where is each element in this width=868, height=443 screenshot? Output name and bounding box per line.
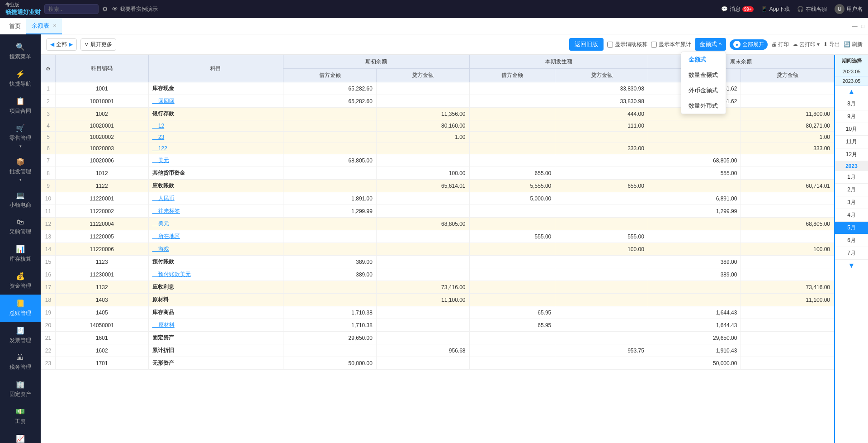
table-row[interactable]: 8 1012 其他货币资金 100.00 655.00 555.00	[41, 167, 834, 180]
message-btn[interactable]: 💬 消息 99+	[721, 5, 754, 13]
row-subject-10[interactable]: 往来标签	[148, 205, 283, 218]
sidebar-item-wholesale[interactable]: 📦 批发管理 ▾	[0, 153, 41, 186]
sidebar-item-accounting[interactable]: 📒 总账管理	[0, 295, 41, 322]
period-month-6[interactable]: 6月	[835, 234, 868, 247]
period-nav-up[interactable]: ▲	[835, 86, 868, 98]
show-ytd-checkbox[interactable]: 显示本年累计	[651, 41, 691, 48]
sidebar-item-retail[interactable]: 🛒 零售管理 ▾	[0, 119, 41, 153]
sidebar-item-invoice[interactable]: 🧾 发票管理	[0, 322, 41, 349]
period-month-11[interactable]: 11月	[835, 136, 868, 148]
table-row[interactable]: 13 11220005 所在地区 555.00 555.00	[41, 230, 834, 243]
sidebar-item-search[interactable]: 🔍 搜索菜单	[0, 38, 41, 65]
table-row[interactable]: 5 10020002 23 1.00 1.00	[41, 132, 834, 143]
period-month-3[interactable]: 3月	[835, 196, 868, 209]
row-subject-13[interactable]: 游戏	[148, 243, 283, 256]
mode-option-foreign-amount[interactable]: 外币金额式	[681, 83, 726, 98]
table-row[interactable]: 10 11220001 人民币 1,891.00 5,000.00 6,891.…	[41, 192, 834, 205]
expand-more-btn[interactable]: ∨ 展开更多	[80, 38, 116, 51]
mode-option-amount[interactable]: 金额式	[681, 52, 726, 67]
row-pd-debit-5	[469, 143, 555, 154]
row-subject-4[interactable]: 23	[148, 132, 283, 143]
row-pd-credit-6	[555, 154, 648, 167]
period-month-2[interactable]: 2月	[835, 184, 868, 196]
row-subject-11[interactable]: 美元	[148, 218, 283, 230]
row-subject-5[interactable]: 122	[148, 143, 283, 154]
online-service-btn[interactable]: 🎧 在线客服	[797, 5, 827, 13]
table-pd-credit-header: 贷方金额	[555, 69, 648, 82]
period-month-4[interactable]: 4月	[835, 209, 868, 222]
sub-checkbox-input[interactable]	[607, 42, 613, 48]
all-filter-btn[interactable]: ◀ 全部 ▶	[46, 38, 77, 51]
period-month-7[interactable]: 7月	[835, 247, 868, 260]
table-row[interactable]: 23 1701 无形资产 50,000.00 50,000.00	[41, 357, 834, 370]
row-subject-19[interactable]: 原材料	[148, 319, 283, 332]
row-subject-15[interactable]: 预付账款美元	[148, 268, 283, 281]
row-subject-1[interactable]: 回回回	[148, 95, 283, 108]
tab-close-icon[interactable]: ✕	[53, 23, 57, 28]
table-row[interactable]: 7 10020006 美元 68,805.00 68,805.00	[41, 154, 834, 167]
sidebar-item-contract[interactable]: 📋 项目合同	[0, 92, 41, 119]
period-month-5[interactable]: 5月	[835, 222, 868, 234]
mode-option-qty-foreign[interactable]: 数量外币式	[681, 98, 726, 114]
period-nav-down[interactable]: ▼	[835, 260, 868, 272]
top-search-input[interactable]	[44, 4, 99, 14]
tab-balance[interactable]: 余额表 ✕	[26, 18, 62, 34]
mode-option-qty-amount[interactable]: 数量金额式	[681, 67, 726, 83]
table-row[interactable]: 15 1123 预付账款 389.00 389.00	[41, 256, 834, 268]
table-row[interactable]: 22 1602 累计折旧 956.68 953.75 1,910.43	[41, 344, 834, 357]
settings-icon[interactable]: ⚙	[102, 5, 108, 13]
row-cl-credit-4: 1.00	[741, 132, 834, 143]
table-row[interactable]: 12 11220004 美元 68,805.00 68,805.00	[41, 218, 834, 230]
table-row[interactable]: 19 1405 库存商品 1,710.38 65.95 1,644.43	[41, 306, 834, 319]
expand-all-toggle[interactable]: ● 全部展开	[730, 39, 768, 50]
wholesale-icon: 📦	[16, 157, 25, 166]
table-row[interactable]: 16 11230001 预付账款美元 389.00 389.00	[41, 268, 834, 281]
table-row[interactable]: 17 1132 应收利息 73,416.00 73,416.00	[41, 281, 834, 294]
refresh-btn[interactable]: 🔄 刷新	[844, 41, 863, 48]
row-subject-3[interactable]: 12	[148, 120, 283, 132]
table-row[interactable]: 14 11220006 游戏 100.00 100.00	[41, 243, 834, 256]
sidebar-item-ecommerce[interactable]: 💻 小畅电商	[0, 186, 41, 214]
period-year-2023[interactable]: 2023	[835, 161, 868, 171]
sidebar-item-payroll[interactable]: 💵 工资	[0, 403, 41, 430]
period-month-9[interactable]: 9月	[835, 110, 868, 123]
print-btn[interactable]: 🖨 打印	[771, 41, 789, 48]
sidebar-item-purchase[interactable]: 🛍 采购管理	[0, 214, 41, 240]
period-up-icon[interactable]: ▲	[848, 88, 855, 96]
row-subject-12[interactable]: 所在地区	[148, 230, 283, 243]
table-row[interactable]: 20 14050001 原材料 1,710.38 65.95 1,644.43	[41, 319, 834, 332]
table-row[interactable]: 11 11220002 往来标签 1,299.99 1,299.99	[41, 205, 834, 218]
period-month-1[interactable]: 1月	[835, 171, 868, 184]
demo-link[interactable]: 👁 我要看实例演示	[112, 5, 158, 13]
sidebar-item-assets[interactable]: 🏢 固定资产	[0, 376, 41, 403]
tab-minimize-icon[interactable]: —	[852, 23, 858, 29]
period-month-12[interactable]: 12月	[835, 148, 868, 161]
sidebar-item-inventory[interactable]: 📊 库存核算	[0, 240, 41, 267]
show-sub-checkbox[interactable]: 显示辅助核算	[607, 41, 647, 48]
user-btn[interactable]: U 用户名	[835, 4, 863, 14]
tab-home[interactable]: 首页	[4, 18, 26, 34]
row-pd-debit-16	[469, 281, 555, 294]
table-row[interactable]: 6 10020003 122 333.00 333.00	[41, 143, 834, 154]
table-row[interactable]: 21 1601 固定资产 29,650.00 29,650.00	[41, 332, 834, 344]
period-month-10[interactable]: 10月	[835, 123, 868, 136]
table-row[interactable]: 9 1122 应收账款 65,614.01 5,555.00 655.00 60…	[41, 180, 834, 192]
app-download-btn[interactable]: 📱 App下载	[761, 5, 790, 13]
period-down-icon[interactable]: ▼	[848, 262, 855, 270]
sidebar-item-tax[interactable]: 🏛 税务管理	[0, 349, 41, 376]
row-subject-9[interactable]: 人民币	[148, 192, 283, 205]
sidebar-item-cashflow[interactable]: 💰 资金管理	[0, 267, 41, 295]
ytd-checkbox-input[interactable]	[651, 42, 657, 48]
table-row[interactable]: 4 10020001 12 80,160.00 111.00 80,271.00	[41, 120, 834, 132]
tab-maximize-icon[interactable]: □	[861, 23, 864, 29]
sidebar-item-quicknav[interactable]: ⚡ 快捷导航	[0, 65, 41, 92]
sidebar-item-operations[interactable]: 📈 经营管理	[0, 430, 41, 443]
table-gear-header[interactable]: ⚙	[41, 55, 56, 82]
table-row[interactable]: 18 1403 原材料 11,100.00 11,100.00	[41, 294, 834, 306]
row-subject-6[interactable]: 美元	[148, 154, 283, 167]
export-btn[interactable]: ⬇ 导出	[823, 41, 840, 48]
back-old-version-btn[interactable]: 返回旧版	[569, 38, 604, 51]
cloud-print-btn[interactable]: ☁ 云打印 ▾	[793, 41, 820, 48]
period-month-8[interactable]: 8月	[835, 98, 868, 110]
mode-btn[interactable]: 金额式 ^	[695, 38, 726, 51]
